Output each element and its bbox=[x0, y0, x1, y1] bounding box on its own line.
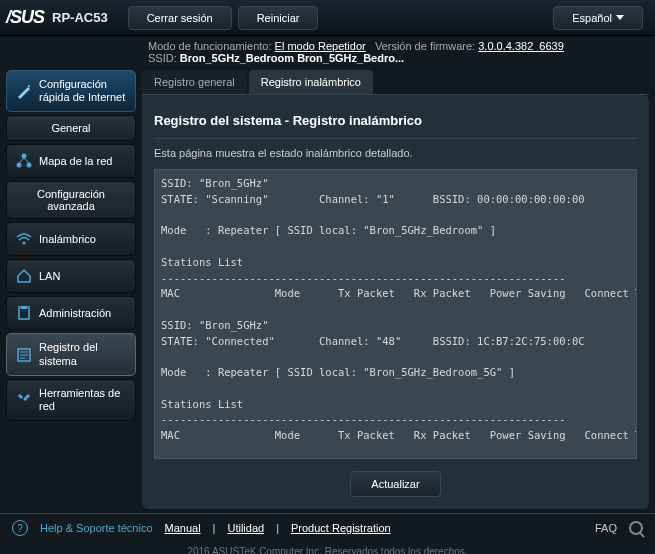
sidebar-netmap-label: Mapa de la red bbox=[39, 155, 112, 168]
network-icon bbox=[15, 152, 33, 170]
chevron-down-icon bbox=[616, 15, 624, 20]
svg-point-2 bbox=[17, 163, 22, 168]
language-label: Español bbox=[572, 12, 612, 24]
svg-point-4 bbox=[23, 242, 26, 245]
wifi-icon bbox=[15, 230, 33, 248]
sidebar-lan-label: LAN bbox=[39, 270, 60, 283]
log-textarea[interactable] bbox=[154, 169, 637, 459]
page-title: Registro del sistema - Registro inalámbr… bbox=[154, 107, 637, 139]
sidebar-item-netmap[interactable]: Mapa de la red bbox=[6, 144, 136, 178]
sidebar-item-wireless[interactable]: Inalámbrico bbox=[6, 222, 136, 256]
sidebar-admin-label: Administración bbox=[39, 307, 111, 320]
ssid-value: Bron_5GHz_Bedroom Bron_5GHz_Bedro... bbox=[180, 52, 404, 64]
logout-button[interactable]: Cerrar sesión bbox=[128, 6, 232, 30]
brand-logo: /SUS bbox=[6, 7, 44, 28]
registration-link[interactable]: Product Registration bbox=[291, 522, 391, 534]
sidebar-item-lan[interactable]: LAN bbox=[6, 259, 136, 293]
tab-bar: Registro general Registro inalámbrico bbox=[142, 70, 649, 95]
fw-link[interactable]: 3.0.0.4.382_6639 bbox=[478, 40, 564, 52]
search-icon[interactable] bbox=[629, 521, 643, 535]
svg-point-1 bbox=[22, 154, 27, 159]
language-dropdown[interactable]: Español bbox=[553, 6, 643, 30]
tab-wireless-log[interactable]: Registro inalámbrico bbox=[249, 70, 373, 94]
mode-label: Modo de funcionamiento: bbox=[148, 40, 272, 52]
sidebar-item-nettools[interactable]: Herramientas de red bbox=[6, 379, 136, 421]
copyright-label: 2016 ASUSTeK Computer Inc. Reservados to… bbox=[0, 542, 655, 554]
svg-point-0 bbox=[28, 85, 30, 87]
sidebar: Configuración rápida de Internet General… bbox=[6, 70, 136, 509]
header-bar: /SUS RP-AC53 Cerrar sesión Reiniciar Esp… bbox=[0, 0, 655, 36]
refresh-button[interactable]: Actualizar bbox=[350, 471, 440, 497]
faq-label: FAQ bbox=[595, 522, 617, 534]
mode-link[interactable]: El modo Repetidor bbox=[275, 40, 366, 52]
tab-general-log[interactable]: Registro general bbox=[142, 70, 247, 94]
ssid-label: SSID: bbox=[148, 52, 177, 64]
house-icon bbox=[15, 267, 33, 285]
svg-point-3 bbox=[27, 163, 32, 168]
footer-bar: ? Help & Soporte técnico Manual | Utilid… bbox=[0, 513, 655, 542]
wand-icon bbox=[15, 82, 33, 100]
sidebar-syslog-label: Registro del sistema bbox=[39, 341, 127, 367]
help-icon: ? bbox=[12, 520, 28, 536]
svg-rect-6 bbox=[21, 306, 27, 309]
info-bar: Modo de funcionamiento: El modo Repetido… bbox=[0, 36, 655, 70]
clipboard-icon bbox=[15, 304, 33, 322]
sidebar-nettools-label: Herramientas de red bbox=[39, 387, 127, 413]
page-description: Esta página muestra el estado inalámbric… bbox=[154, 147, 637, 159]
model-label: RP-AC53 bbox=[52, 10, 108, 25]
sidebar-item-syslog[interactable]: Registro del sistema bbox=[6, 333, 136, 375]
help-label: Help & Soporte técnico bbox=[40, 522, 153, 534]
log-icon bbox=[15, 346, 33, 364]
sidebar-item-qis[interactable]: Configuración rápida de Internet bbox=[6, 70, 136, 112]
reboot-button[interactable]: Reiniciar bbox=[238, 6, 319, 30]
fw-label: Versión de firmware: bbox=[375, 40, 475, 52]
sidebar-wireless-label: Inalámbrico bbox=[39, 233, 96, 246]
sidebar-qis-label: Configuración rápida de Internet bbox=[39, 78, 127, 104]
manual-link[interactable]: Manual bbox=[165, 522, 201, 534]
sidebar-heading-general: General bbox=[6, 115, 136, 141]
main-content: Registro general Registro inalámbrico Re… bbox=[142, 70, 649, 509]
utility-link[interactable]: Utilidad bbox=[227, 522, 264, 534]
tools-icon bbox=[15, 391, 33, 409]
sidebar-heading-advanced: Configuración avanzada bbox=[6, 181, 136, 219]
sidebar-item-admin[interactable]: Administración bbox=[6, 296, 136, 330]
